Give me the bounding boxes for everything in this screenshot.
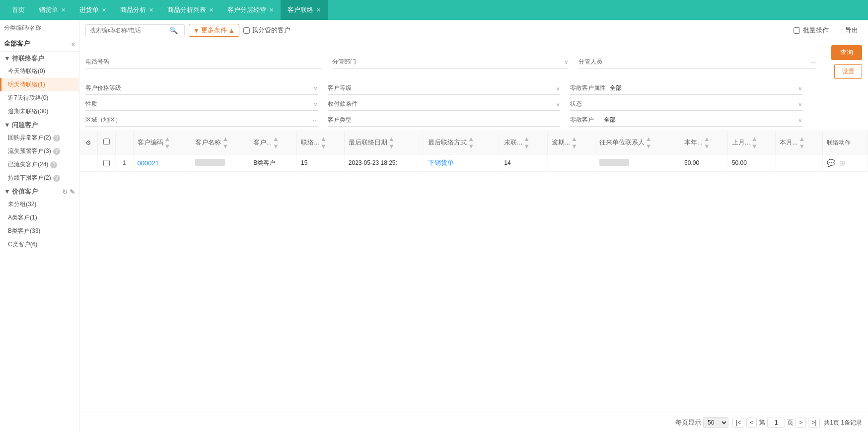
sort-customer-name[interactable]: 客户名称 ▲▼ [195, 135, 228, 150]
th-customer-type[interactable]: 客户... ▲▼ [249, 131, 297, 154]
th-last-month[interactable]: 上月... ▲▼ [727, 131, 775, 154]
query-button[interactable]: 查询 [831, 45, 862, 60]
td-this-month [775, 154, 823, 172]
filter-customer-level-arrow[interactable]: ∨ [556, 85, 560, 92]
nav-purchase-order[interactable]: 进货单 ✕ [72, 0, 113, 20]
nav-home[interactable]: 首页 [5, 0, 32, 20]
last-contact-method-link[interactable]: 下销货单 [428, 159, 454, 166]
sidebar-group-pending-contact[interactable]: ▼ 待联络客户 [0, 52, 79, 65]
search-icon[interactable]: 🔍 [169, 26, 178, 34]
batch-checkbox[interactable] [794, 27, 800, 34]
filter-person-dots[interactable]: ··· [810, 59, 815, 66]
sidebar-item-lost-pending[interactable]: 流失预警客户(3)? [0, 144, 79, 158]
sidebar-item-class-b[interactable]: B类客户(33) [0, 224, 79, 238]
td-customer-code[interactable]: 000021 [133, 154, 191, 172]
next-page-btn[interactable]: > [796, 418, 806, 428]
sort-this-year[interactable]: 本年... ▲▼ [684, 135, 710, 150]
sidebar-item-tomorrow[interactable]: 明天待联络(1) [0, 78, 79, 91]
filter-scatter-attr-arrow[interactable]: ∨ [798, 85, 802, 92]
filter-nature-arrow[interactable]: ∨ [313, 101, 318, 108]
filter-region-dots[interactable]: ··· [313, 117, 318, 124]
sidebar-item-class-c[interactable]: C类客户(6) [0, 238, 79, 251]
nav-close-purchase-order[interactable]: ✕ [102, 7, 106, 13]
nav-close-customer-contact[interactable]: ✕ [316, 7, 321, 13]
my-customers-checkbox[interactable] [243, 27, 250, 34]
comment-icon[interactable]: 💬 [827, 159, 835, 167]
sort-contact[interactable]: 联络... ▲▼ [301, 135, 327, 150]
sort-last-month[interactable]: 上月... ▲▼ [732, 135, 758, 150]
sidebar-group-value[interactable]: ▼ 价值客户 ↻ ✎ [0, 185, 79, 198]
customer-code-link[interactable]: 000021 [138, 159, 159, 167]
sidebar-group-problem[interactable]: ▼ 问题客户 [0, 118, 79, 131]
nav-customer-contact[interactable]: 客户联络 ✕ [281, 0, 328, 20]
filter-price-level-arrow[interactable]: ∨ [313, 85, 318, 92]
nav-sales-order[interactable]: 销货单 ✕ [32, 0, 72, 20]
filter-row-4: 区域（地区） ··· 客户类型 零散客户 全部 ∨ [85, 114, 862, 127]
select-all-checkbox[interactable] [103, 139, 110, 145]
edit-icon[interactable]: ✎ [70, 188, 75, 196]
sidebar-item-7days[interactable]: 近7天待联络(0) [0, 91, 79, 105]
row-checkbox[interactable] [103, 160, 110, 166]
filter-scatter-customer: 零散客户 全部 ∨ [570, 114, 802, 127]
filter-dept-arrow[interactable]: ∨ [564, 59, 569, 66]
per-page-select[interactable]: 50 100 200 [703, 417, 728, 428]
nav-customer-stratification[interactable]: 客户分层经营 ✕ [220, 0, 281, 20]
prev-page-btn[interactable]: < [746, 418, 757, 428]
th-no-contact[interactable]: 未联... ▲▼ [500, 131, 548, 154]
nav-close-sales-order[interactable]: ✕ [61, 7, 66, 13]
nav-close-product-analysis[interactable]: ✕ [149, 7, 153, 13]
nav-product-analysis[interactable]: 商品分析 ✕ [113, 0, 160, 20]
filter-scatter-customer-label: 零散客户 [570, 116, 600, 124]
nav-product-analysis-list[interactable]: 商品分析列表 ✕ [160, 0, 220, 20]
th-customer-code[interactable]: 客户编码 ▲▼ [133, 131, 191, 154]
filter-scatter-attr-label: 零散客户属性 [570, 84, 606, 92]
filter-payment-arrow[interactable]: ∨ [556, 101, 560, 108]
sort-customer-type[interactable]: 客户... ▲▼ [253, 135, 279, 150]
grid-icon[interactable]: ⊞ [839, 159, 845, 167]
export-btn[interactable]: ↑ 导出 [837, 24, 863, 36]
sidebar-collapse-icon[interactable]: « [72, 40, 75, 48]
th-customer-name[interactable]: 客户名称 ▲▼ [191, 131, 249, 154]
sidebar-item-overdue[interactable]: 逾期未联络(30) [0, 105, 79, 118]
batch-operation-btn[interactable]: 批量操作 [790, 24, 833, 36]
set-button[interactable]: 设置 [834, 64, 862, 79]
th-this-year[interactable]: 本年... ▲▼ [680, 131, 728, 154]
th-overdue[interactable]: 逾期... ▲▼ [548, 131, 595, 154]
table-wrapper: ⚙ 客户编码 ▲▼ [79, 131, 868, 413]
sort-no-contact[interactable]: 未联... ▲▼ [504, 135, 530, 150]
th-contacts-person[interactable]: 往来单位联系人 ▲▼ [595, 131, 680, 154]
sidebar-search-input[interactable] [4, 24, 78, 31]
sort-this-month[interactable]: 本月... ▲▼ [780, 135, 805, 150]
th-settings[interactable]: ⚙ [79, 131, 97, 154]
sort-overdue[interactable]: 逾期... ▲▼ [552, 135, 578, 150]
search-input[interactable] [90, 27, 169, 34]
sidebar-item-repurchase-abnormal[interactable]: 回购异常客户(2)? [0, 131, 79, 144]
filter-scatter-customer-arrow[interactable]: ∨ [798, 117, 802, 124]
sidebar-item-today[interactable]: 今天待联络(0) [0, 65, 79, 78]
sidebar-item-ungrouped[interactable]: 未分组(32) [0, 198, 79, 211]
page-number-input[interactable] [767, 418, 785, 428]
th-contact[interactable]: 联络... ▲▼ [297, 131, 345, 154]
filter-price-level: 客户价格等级 ∨ [85, 82, 318, 95]
sidebar-item-class-a[interactable]: A类客户(1) [0, 211, 79, 224]
sidebar-item-continuous-down[interactable]: 持续下滑客户(2)? [0, 171, 79, 185]
sidebar-all-customers[interactable]: 全部客户 « [0, 36, 79, 52]
sort-contacts-person[interactable]: 往来单位联系人 ▲▼ [599, 135, 652, 150]
th-last-contact-date[interactable]: 最后联络日期 ▲▼ [344, 131, 424, 154]
nav-close-product-analysis-list[interactable]: ✕ [209, 7, 214, 13]
filter-status-arrow[interactable]: ∨ [798, 101, 802, 108]
refresh-icon[interactable]: ↻ [62, 188, 68, 196]
filter-phone-input[interactable] [119, 59, 322, 66]
filter-more-btn[interactable]: ▼ 更多条件 ▲ [189, 24, 239, 37]
th-last-contact-method[interactable]: 最后联络方式 ▲▼ [424, 131, 500, 154]
first-page-btn[interactable]: |< [732, 418, 744, 428]
th-this-month[interactable]: 本月... ▲▼ [775, 131, 823, 154]
last-page-btn[interactable]: >| [808, 418, 820, 428]
nav-close-customer-stratification[interactable]: ✕ [269, 7, 274, 13]
sort-last-contact-method[interactable]: 最后联络方式 ▲▼ [428, 135, 474, 150]
td-last-contact-method[interactable]: 下销货单 [424, 154, 500, 172]
settings-icon[interactable]: ⚙ [85, 139, 91, 146]
sidebar-item-lost[interactable]: 已流失客户(24)? [0, 158, 79, 171]
sort-last-contact-date[interactable]: 最后联络日期 ▲▼ [349, 135, 395, 150]
sort-customer-code[interactable]: 客户编码 ▲▼ [138, 135, 171, 150]
